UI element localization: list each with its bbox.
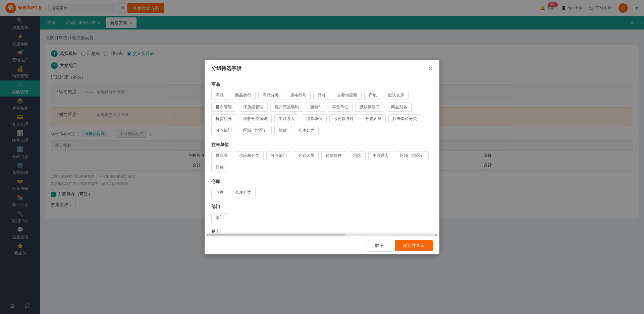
field-group-dept: 部门 部门 [211, 204, 433, 222]
product-group-title: 商品 [211, 81, 433, 87]
field-tag-settlement-unit[interactable]: 结算单位 [302, 114, 327, 123]
counterpart-group-title: 往来单位 [211, 142, 433, 148]
counterpart-field-tags: 供应商 供应商分类 分管部门 分管人员 付款条件 地区 主联系人 区域（地区） … [211, 151, 433, 172]
field-tag-expiry-mgmt[interactable]: 保质期管理 [239, 103, 268, 112]
field-tag-product-category[interactable]: 商品分类 [258, 91, 283, 100]
hscroll-track [209, 234, 435, 236]
field-tag-main-supplier[interactable]: 主要供应商 [333, 91, 362, 100]
field-tag-supervisor-counterpart[interactable]: 分管人员 [294, 151, 319, 160]
field-tag-spec-model[interactable]: 规格型号 [286, 91, 311, 100]
field-tag-batch-mgmt[interactable]: 批次管理 [211, 103, 236, 112]
field-tag-payment-cond[interactable]: 付款条件 [321, 151, 346, 160]
field-selector-dialog: 分组待选字段 ✕ 商品 商品 商品类型 商品分类 规格型号 品牌 主要供应商 产… [205, 60, 439, 254]
field-tag-main-contact[interactable]: 主联系人 [274, 114, 299, 123]
product-field-tags: 商品 商品类型 商品分类 规格型号 品牌 主要供应商 产地 默认仓库 批次管理 … [211, 91, 433, 135]
field-tag-default-supplier[interactable]: 默认供应商 [355, 103, 384, 112]
field-group-employee: 员工 业务员 [211, 229, 433, 233]
dialog-save-btn[interactable]: 保存并查询 [395, 240, 433, 251]
field-group-product: 商品 商品 商品类型 商品分类 规格型号 品牌 主要供应商 产地 默认仓库 批次… [211, 81, 433, 135]
dialog-header: 分组待选字段 ✕ [205, 60, 439, 76]
dialog-title: 分组待选字段 [211, 65, 241, 72]
field-tag-supplier[interactable]: 供应商 [211, 151, 232, 160]
field-tag-tax-category[interactable]: 税收分类编码 [239, 114, 272, 123]
field-tag-product-alias[interactable]: 商品别名 [387, 103, 412, 112]
field-group-counterpart: 往来单位 供应商 供应商分类 分管部门 分管人员 付款条件 地区 主联系人 区域… [211, 142, 433, 172]
field-tag-warehouse-cat[interactable]: 仓库分类 [294, 126, 319, 135]
field-tag-weight3[interactable]: 重量3 [306, 103, 325, 112]
field-tag-payment-terms[interactable]: 收付款条件 [329, 114, 358, 123]
field-tag-product[interactable]: 商品 [211, 91, 228, 100]
dialog-close-icon[interactable]: ✕ [428, 65, 433, 72]
field-tag-main-contact-counterpart[interactable]: 主联系人 [368, 151, 393, 160]
field-tag-supervisor[interactable]: 分管人员 [361, 114, 386, 123]
warehouse-group-title: 仓库 [211, 179, 433, 185]
field-tag-customer-code[interactable]: 客户商品编码 [270, 103, 303, 112]
field-tag-origin[interactable]: 产地 [364, 91, 381, 100]
field-tag-retail-unit[interactable]: 零售单位 [328, 103, 353, 112]
field-tag-area[interactable]: 地区 [349, 151, 366, 160]
field-tag-product-type[interactable]: 商品类型 [231, 91, 256, 100]
dept-field-tags: 部门 [211, 213, 433, 222]
dialog-cancel-btn[interactable]: 取消 [367, 240, 392, 252]
dept-group-title: 部门 [211, 204, 433, 210]
hscroll-right-arrow[interactable]: ▶ [435, 233, 438, 237]
field-tag-abbr-product[interactable]: 简称 [274, 126, 291, 135]
field-tag-warehouse-category[interactable]: 仓库分类 [231, 188, 256, 197]
field-tag-counterpart-category[interactable]: 往来单位分类 [388, 114, 421, 123]
field-tag-brand[interactable]: 品牌 [313, 91, 330, 100]
field-tag-region-product[interactable]: 区域（地区） [239, 126, 272, 135]
employee-group-title: 员工 [211, 229, 433, 233]
dialog-footer: 取消 保存并查询 [205, 237, 439, 254]
dialog-body: 商品 商品 商品类型 商品分类 规格型号 品牌 主要供应商 产地 默认仓库 批次… [205, 76, 439, 233]
field-group-warehouse: 仓库 仓库 仓库分类 [211, 179, 433, 197]
modal-overlay: 分组待选字段 ✕ 商品 商品 商品类型 商品分类 规格型号 品牌 主要供应商 产… [0, 0, 644, 314]
field-tag-region-counterpart[interactable]: 区域（地区） [396, 151, 429, 160]
field-tag-default-warehouse[interactable]: 默认仓库 [384, 91, 409, 100]
field-tag-pick-points[interactable]: 拣货积分 [211, 114, 236, 123]
hscroll-left-arrow[interactable]: ◀ [206, 233, 209, 237]
field-tag-dept[interactable]: 分管部门 [211, 126, 236, 135]
field-tag-abbr-counterpart[interactable]: 简称 [211, 163, 228, 172]
hscroll-thumb[interactable] [209, 234, 345, 236]
field-tag-supplier-category[interactable]: 供应商分类 [235, 151, 264, 160]
dialog-horizontal-scrollbar[interactable]: ◀ ▶ [205, 233, 439, 237]
field-tag-department[interactable]: 部门 [211, 213, 228, 222]
field-tag-dept-counterpart[interactable]: 分管部门 [266, 151, 291, 160]
warehouse-field-tags: 仓库 仓库分类 [211, 188, 433, 197]
field-tag-warehouse[interactable]: 仓库 [211, 188, 228, 197]
